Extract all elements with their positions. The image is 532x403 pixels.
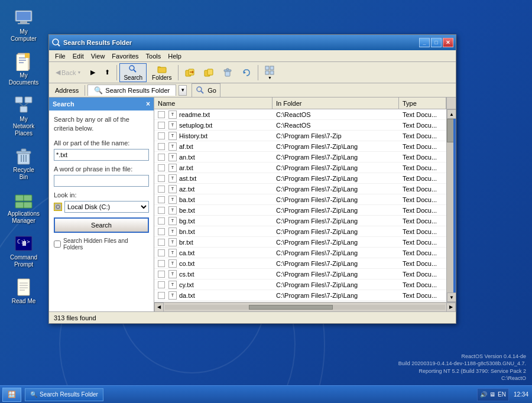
file-icon: T [168,217,177,225]
volume-icon[interactable]: 🔊 [480,391,487,398]
start-button[interactable]: 🪟 [2,388,21,402]
copy-button[interactable] [200,63,218,82]
undo-button[interactable] [238,63,255,82]
table-row[interactable]: T co.txt C:\Program Files\7-Zip\Lang Tex… [154,258,446,269]
desktop-icon-my-documents[interactable]: My Documents [6,50,41,89]
table-row[interactable]: T ba.txt C:\Program Files\7-Zip\Lang Tex… [154,194,446,205]
forward-button[interactable]: ▶ [86,65,99,80]
desktop-icon-recycle-bin[interactable]: Recycle Bin [6,144,41,183]
address-tab[interactable]: 🔍 Search Results Folder [87,84,176,96]
vscroll-track[interactable] [447,119,456,292]
menu-file[interactable]: File [51,52,69,60]
minimize-button[interactable]: _ [419,38,430,47]
col-header-type[interactable]: Type [399,98,446,109]
vscroll-up-arrow[interactable]: ▲ [447,109,456,119]
file-checkbox[interactable] [158,186,165,193]
table-row[interactable]: T ca.txt C:\Program Files\7-Zip\Lang Tex… [154,248,446,258]
go-arrow-icon [196,85,205,96]
table-row[interactable]: T az.txt C:\Program Files\7-Zip\Lang Tex… [154,184,446,194]
file-checkbox[interactable] [158,132,165,139]
file-cell-type: Text Docu... [399,260,446,267]
search-results-window: Search Results Folder _ □ ✕ File Edit Vi… [48,34,456,324]
horizontal-scrollbar[interactable]: ◀ ▶ [154,302,456,311]
file-list[interactable]: T readme.txt C:\ReactOS Text Docu... T s… [154,109,446,302]
table-row[interactable]: T af.txt C:\Program Files\7-Zip\Lang Tex… [154,141,446,152]
go-button[interactable]: Go [192,83,220,98]
hscroll-left-arrow[interactable]: ◀ [154,303,164,312]
phrase-input[interactable] [54,175,149,187]
svg-rect-9 [25,53,30,58]
file-cell-name: T readme.txt [154,110,273,119]
file-checkbox[interactable] [158,175,165,182]
file-checkbox[interactable] [158,260,165,267]
file-checkbox[interactable] [158,217,165,225]
vertical-scrollbar[interactable]: ▲ ▼ [446,109,456,302]
svg-marker-48 [244,71,246,74]
file-checkbox[interactable] [158,154,165,161]
phrase-label: A word or phrase in the file: [54,165,149,173]
hscroll-thumb[interactable] [249,305,333,310]
col-header-name[interactable]: Name [154,98,273,109]
file-checkbox[interactable] [158,196,165,203]
col-header-folder[interactable]: In Folder [273,98,399,109]
file-icon: T [168,110,177,119]
table-row[interactable]: T cy.txt C:\Program Files\7-Zip\Lang Tex… [154,280,446,290]
file-checkbox[interactable] [158,292,165,299]
maximize-button[interactable]: □ [431,38,442,47]
table-row[interactable]: T setuplog.txt C:\ReactOS Text Docu... [154,120,446,131]
hscroll-right-arrow[interactable]: ▶ [446,303,456,312]
file-checkbox[interactable] [158,249,165,256]
menu-favorites[interactable]: Favorites [108,52,142,60]
table-row[interactable]: T be.txt C:\Program Files\7-Zip\Lang Tex… [154,205,446,216]
file-checkbox[interactable] [158,207,165,214]
table-row[interactable]: T cs.txt C:\Program Files\7-Zip\Lang Tex… [154,269,446,280]
desktop-icon-applications[interactable]: Applications Manager [6,188,41,227]
table-row[interactable]: T da.txt C:\Program Files\7-Zip\Lang Tex… [154,290,446,301]
desktop-icon-read-me[interactable]: Read Me [6,275,41,307]
filename-input[interactable] [54,149,149,161]
menu-help[interactable]: Help [164,52,185,60]
move-button[interactable] [181,63,199,82]
file-checkbox[interactable] [158,164,165,171]
vscroll-down-arrow[interactable]: ▼ [447,292,456,302]
table-row[interactable]: T br.txt C:\Program Files\7-Zip\Lang Tex… [154,237,446,248]
file-checkbox[interactable] [158,271,165,278]
search-execute-button[interactable]: Search [54,217,149,233]
table-row[interactable]: T History.txt C:\Program Files\7-Zip Tex… [154,131,446,141]
folders-button[interactable]: Folders [148,63,176,82]
file-checkbox[interactable] [158,122,165,129]
toolbar-separator-2 [178,65,179,80]
table-row[interactable]: T bn.txt C:\Program Files\7-Zip\Lang Tex… [154,226,446,237]
views-button[interactable]: ▼ [261,63,278,82]
file-checkbox[interactable] [158,228,165,235]
desktop-icon-my-network[interactable]: My Network Places [6,93,41,139]
taskbar-window-button[interactable]: 🔍 Search Results Folder [25,388,103,401]
file-checkbox[interactable] [158,143,165,150]
table-row[interactable]: T an.txt C:\Program Files\7-Zip\Lang Tex… [154,152,446,162]
search-button[interactable]: Search [119,63,147,82]
table-row[interactable]: T readme.txt C:\ReactOS Text Docu... [154,109,446,120]
table-row[interactable]: T ast.txt C:\Program Files\7-Zip\Lang Te… [154,173,446,184]
lookin-select[interactable]: Local Disk (C:) [64,201,149,213]
menu-tools[interactable]: Tools [142,52,165,60]
table-row[interactable]: T bg.txt C:\Program Files\7-Zip\Lang Tex… [154,216,446,226]
menu-view[interactable]: View [87,52,109,60]
hscroll-track[interactable] [165,305,445,310]
titlebar-icon [51,38,61,47]
file-checkbox[interactable] [158,281,165,288]
desktop-icon-my-computer[interactable]: My Computer [6,6,41,45]
table-row[interactable]: T ar.txt C:\Program Files\7-Zip\Lang Tex… [154,162,446,173]
back-button[interactable]: ◀ Back ▼ [51,65,85,80]
file-cell-type: Text Docu... [399,207,446,214]
file-checkbox[interactable] [158,111,165,118]
hidden-files-checkbox[interactable] [54,240,61,248]
menu-edit[interactable]: Edit [69,52,87,60]
addr-dropdown[interactable]: ▼ [179,85,187,96]
search-panel-close[interactable]: × [146,100,150,108]
desktop-icon-command-prompt[interactable]: C:\> Command Prompt [6,232,41,271]
network-icon[interactable]: 🖥 [489,391,495,398]
file-checkbox[interactable] [158,239,165,246]
close-button[interactable]: ✕ [443,38,453,47]
delete-button[interactable] [219,63,236,82]
up-button[interactable]: ⬆ [100,65,114,80]
